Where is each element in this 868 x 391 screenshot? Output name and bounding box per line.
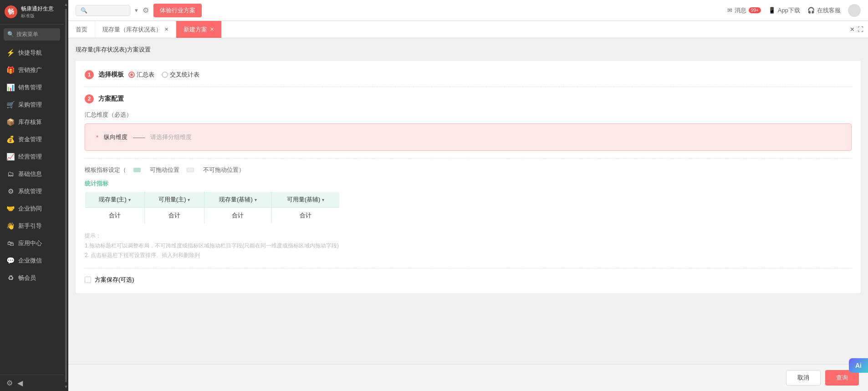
topbar-search[interactable]: 🔍 bbox=[76, 5, 130, 16]
app-name: 畅康通好生意 bbox=[21, 5, 54, 13]
col-3-label: 可用量(基辅) bbox=[287, 196, 321, 204]
search-label: 搜索菜单 bbox=[16, 31, 38, 38]
sidebar-item-label: 系统管理 bbox=[18, 187, 42, 196]
radio-summary-label: 汇总表 bbox=[137, 71, 154, 79]
tab-new-plan[interactable]: 新建方案 ✕ bbox=[176, 21, 222, 38]
sidebar-search[interactable]: 🔍 搜索菜单 bbox=[4, 28, 60, 41]
message-icon: ✉ bbox=[727, 7, 732, 14]
scroll-up-btn[interactable]: ▲ bbox=[64, 2, 68, 7]
guide-icon: 👋 bbox=[6, 222, 15, 230]
industry-solution-button[interactable]: 体验行业方案 bbox=[153, 4, 202, 17]
sidebar-item-system[interactable]: ⚙ 系统管理 bbox=[0, 183, 64, 200]
sidebar-item-basic-info[interactable]: 🗂 基础信息 bbox=[0, 165, 64, 183]
quick-nav-icon: ⚡ bbox=[6, 49, 15, 57]
ai-button[interactable]: Ai bbox=[849, 358, 868, 373]
sidebar-item-label: 基础信息 bbox=[18, 170, 42, 178]
sidebar-item-purchase[interactable]: 🛒 采购管理 bbox=[0, 96, 64, 113]
stats-table: 现存量(主) ▾ 可用量(主) ▾ 现存量(基辅 bbox=[85, 191, 340, 224]
topbar-dropdown-icon[interactable]: ▾ bbox=[135, 7, 138, 14]
sidebar-item-label: 营销推广 bbox=[18, 66, 42, 74]
maximize-icon[interactable]: ⛶ bbox=[858, 26, 863, 33]
sidebar-item-label: 采购管理 bbox=[18, 101, 42, 109]
tab-home[interactable]: 首页 bbox=[68, 21, 95, 38]
sidebar-logo: 畅 畅康通好生意 标准版 bbox=[0, 0, 64, 25]
scroll-thumb[interactable] bbox=[65, 9, 67, 382]
sidebar-item-sales[interactable]: 📊 销售管理 bbox=[0, 79, 64, 96]
sidebar-item-label: 企业协同 bbox=[18, 205, 42, 213]
finance-icon: 💰 bbox=[6, 135, 15, 144]
sidebar-item-cooperation[interactable]: 🤝 企业协同 bbox=[0, 200, 64, 217]
cancel-button[interactable]: 取消 bbox=[786, 370, 821, 386]
col-1-label: 可用量(主) bbox=[158, 196, 186, 204]
online-service-label: 在线客服 bbox=[817, 6, 841, 15]
online-service-group[interactable]: 🎧 在线客服 bbox=[807, 6, 841, 15]
sales-icon: 📊 bbox=[6, 83, 15, 92]
tab-inventory-label: 现存量（库存状况表） bbox=[102, 26, 162, 34]
divider-2 bbox=[85, 158, 852, 159]
dim-dash: —— bbox=[133, 134, 145, 141]
divider-1 bbox=[85, 87, 852, 87]
col-header-3[interactable]: 可用量(基辅) ▾ bbox=[272, 192, 340, 208]
step2-row: 2 方案配置 bbox=[85, 94, 852, 103]
sidebar-item-member[interactable]: ♻ 畅会员 bbox=[0, 269, 64, 287]
sidebar-item-finance[interactable]: 💰 资金管理 bbox=[0, 131, 64, 148]
save-checkbox[interactable] bbox=[85, 277, 91, 283]
scroll-down-btn[interactable]: ▼ bbox=[64, 384, 68, 389]
sidebar-item-guide[interactable]: 👋 新手引导 bbox=[0, 217, 64, 235]
tab-inventory-close[interactable]: ✕ bbox=[164, 26, 168, 32]
app-edition: 标准版 bbox=[21, 13, 54, 19]
search-icon: 🔍 bbox=[7, 31, 14, 37]
sidebar-item-inventory[interactable]: 📦 库存核算 bbox=[0, 113, 64, 131]
user-avatar[interactable] bbox=[848, 4, 861, 17]
sidebar-item-label: 新手引导 bbox=[18, 222, 42, 230]
app-download-group[interactable]: 📱 App下载 bbox=[768, 6, 800, 15]
col-0-label: 现存量(主) bbox=[99, 196, 127, 204]
template-radio-group: 汇总表 交叉统计表 bbox=[128, 71, 199, 79]
sidebar: 畅 畅康通好生意 标准版 🔍 搜索菜单 ⚡ 快捷导航 🎁 营销推广 📊 销售管理… bbox=[0, 0, 64, 391]
message-group[interactable]: ✉ 消息 99+ bbox=[727, 6, 761, 15]
radio-cross-circle bbox=[162, 72, 168, 78]
sidebar-item-wechat[interactable]: 💬 企业微信 bbox=[0, 252, 64, 269]
col-header-0[interactable]: 现存量(主) ▾ bbox=[85, 192, 145, 208]
sidebar-item-label: 资金管理 bbox=[18, 135, 42, 144]
col-header-1[interactable]: 可用量(主) ▾ bbox=[144, 192, 204, 208]
tabs-bar: 首页 现存量（库存状况表） ✕ 新建方案 ✕ ✕ ⛶ bbox=[68, 21, 868, 38]
sidebar-item-quick-nav[interactable]: ⚡ 快捷导航 bbox=[0, 44, 64, 62]
sidebar-bottom: ⚙ ◀ bbox=[0, 375, 64, 391]
radio-summary[interactable]: 汇总表 bbox=[128, 71, 154, 79]
radio-cross[interactable]: 交叉统计表 bbox=[162, 71, 199, 79]
col-2-label: 现存量(基辅) bbox=[219, 196, 253, 204]
sidebar-item-label: 畅会员 bbox=[18, 274, 36, 282]
step2-badge: 2 bbox=[85, 94, 94, 103]
sidebar-item-operations[interactable]: 📈 经营管理 bbox=[0, 148, 64, 165]
content-area: 现存量(库存状况表)方案设置 1 选择模板 汇总表 交叉统计表 bbox=[68, 38, 868, 364]
inventory-icon: 📦 bbox=[6, 118, 15, 126]
sidebar-item-marketing[interactable]: 🎁 营销推广 bbox=[0, 62, 64, 79]
dimension-area[interactable]: * 纵向维度 —— 请选择分组维度 bbox=[85, 123, 852, 151]
wechat-icon: 💬 bbox=[6, 257, 15, 265]
col-header-2[interactable]: 现存量(基辅) ▾ bbox=[204, 192, 272, 208]
tab-new-plan-close[interactable]: ✕ bbox=[210, 26, 214, 32]
minimize-icon[interactable]: ✕ bbox=[850, 26, 855, 33]
tips-title: 提示： bbox=[85, 232, 101, 239]
indicator-setting: 模板指标设定（ 可拖动位置 不可拖动位置） bbox=[85, 166, 852, 174]
save-label: 方案保存(可选) bbox=[95, 276, 134, 284]
sidebar-scrollbar[interactable]: ▲ ▼ bbox=[64, 0, 68, 391]
dim-required-mark: * bbox=[96, 134, 98, 141]
sidebar-item-label: 应用中心 bbox=[18, 239, 42, 247]
main-area: 🔍 ▾ ⚙ 体验行业方案 ✉ 消息 99+ 📱 App下载 🎧 在线客服 bbox=[68, 0, 868, 391]
tab-inventory-status[interactable]: 现存量（库存状况表） ✕ bbox=[95, 21, 176, 38]
collapse-icon[interactable]: ◀ bbox=[17, 379, 23, 387]
stats-label: 统计指标 bbox=[85, 180, 852, 188]
sidebar-item-label: 销售管理 bbox=[18, 83, 42, 92]
settings-bottom-icon[interactable]: ⚙ bbox=[6, 379, 13, 387]
sidebar-item-label: 企业微信 bbox=[18, 257, 42, 265]
topbar-settings-icon[interactable]: ⚙ bbox=[143, 6, 149, 15]
table-row: 合计 合计 合计 合计 bbox=[85, 208, 340, 224]
footer: 取消 查询 bbox=[68, 364, 868, 391]
non-draggable-label: 不可拖动位置） bbox=[203, 166, 245, 174]
plan-settings-card: 1 选择模板 汇总表 交叉统计表 2 方案配置 bbox=[76, 61, 861, 293]
step1-row: 1 选择模板 汇总表 交叉统计表 bbox=[85, 70, 852, 79]
tip-2: 2. 点击标题栏下拉可设置排序、插入列和删除列 bbox=[85, 251, 852, 261]
sidebar-item-app-center[interactable]: 🛍 应用中心 bbox=[0, 235, 64, 252]
